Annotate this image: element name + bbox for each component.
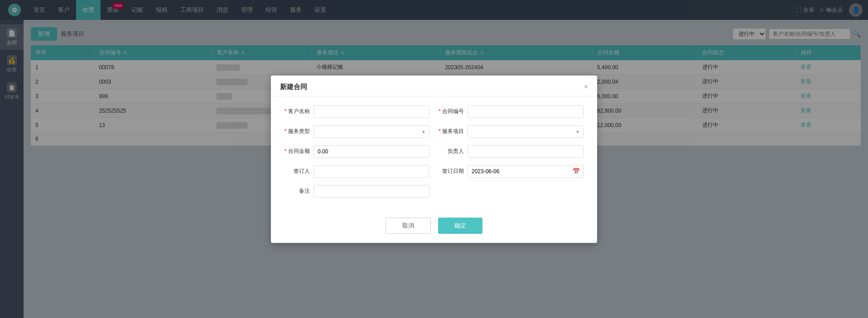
new-contract-dialog: 新建合同 × 客户名称 合同编号 服务类型 (271, 76, 597, 243)
form-row-1: 客户名称 合同编号 (285, 105, 583, 118)
signer-input[interactable] (313, 165, 429, 178)
responsible-label: 负责人 (439, 147, 464, 155)
remark-label: 备注 (285, 187, 310, 195)
sign-date-label: 签订日期 (439, 167, 464, 175)
service-type-select-wrap: ▼ (313, 125, 429, 138)
sign-date-input[interactable] (468, 165, 583, 178)
form-row-2: 服务类型 ▼ 服务项目 ▼ (285, 125, 583, 138)
service-item-select[interactable] (468, 125, 583, 138)
signer-label: 签订人 (285, 167, 310, 175)
form-group-remark: 备注 (285, 185, 429, 198)
form-group-client: 客户名称 (285, 105, 429, 118)
contract-no-label: 合同编号 (439, 108, 464, 115)
sign-date-wrap: 📅 (468, 165, 583, 178)
cancel-button[interactable]: 取消 (386, 218, 431, 234)
dialog-title: 新建合同 (280, 83, 307, 91)
form-group-contract-no: 合同编号 (439, 105, 583, 118)
form-group-service-item: 服务项目 ▼ (439, 125, 583, 138)
service-item-label: 服务项目 (439, 128, 464, 135)
dialog-header: 新建合同 × (271, 76, 597, 96)
service-type-label: 服务类型 (285, 128, 310, 135)
contract-no-input[interactable] (468, 105, 583, 118)
form-row-4: 签订人 签订日期 📅 (285, 165, 583, 178)
form-group-amount: 合同金额 (285, 145, 429, 158)
form-group-service-type: 服务类型 ▼ (285, 125, 429, 138)
service-type-select[interactable] (313, 125, 429, 138)
responsible-input[interactable] (468, 145, 583, 158)
service-item-select-wrap: ▼ (468, 125, 583, 138)
remark-input[interactable] (313, 185, 429, 198)
calendar-icon[interactable]: 📅 (573, 168, 580, 175)
amount-label: 合同金额 (285, 147, 310, 155)
dialog-footer: 取消 确定 (271, 212, 597, 243)
client-name-label: 客户名称 (285, 108, 310, 115)
client-name-input[interactable] (313, 105, 429, 118)
form-row-3: 合同金额 负责人 (285, 145, 583, 158)
dialog-close-button[interactable]: × (584, 83, 588, 91)
form-row-5: 备注 (285, 185, 583, 198)
form-group-responsible: 负责人 (439, 145, 583, 158)
dialog-body: 客户名称 合同编号 服务类型 ▼ (271, 96, 597, 212)
form-group-signer: 签订人 (285, 165, 429, 178)
modal-overlay[interactable]: 新建合同 × 客户名称 合同编号 服务类型 (0, 0, 868, 318)
form-group-sign-date: 签订日期 📅 (439, 165, 583, 178)
confirm-button[interactable]: 确定 (438, 218, 482, 234)
amount-input[interactable] (313, 145, 429, 158)
